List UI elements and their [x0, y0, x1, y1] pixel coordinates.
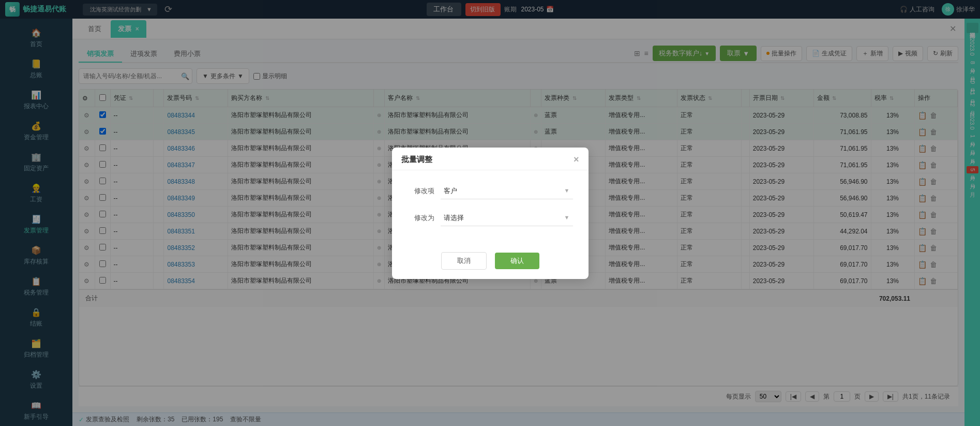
cancel-button[interactable]: 取消 — [441, 252, 487, 270]
modal-overlay: 批量调整 × 修改项 客户 购买方名称 开票日期 ▼ 修改为 — [0, 0, 980, 426]
modal-body: 修改项 客户 购买方名称 开票日期 ▼ 修改为 请选择 ▼ — [392, 170, 589, 247]
modify-field-select-wrap[interactable]: 客户 购买方名称 开票日期 ▼ — [441, 183, 573, 199]
modal-close-button[interactable]: × — [574, 155, 579, 164]
modal-title: 批量调整 — [401, 155, 432, 165]
modify-to-select[interactable]: 请选择 — [444, 214, 570, 222]
modify-field-label: 修改项 — [408, 186, 434, 196]
modal-footer: 取消 确认 — [392, 247, 589, 279]
modify-field-select[interactable]: 客户 购买方名称 开票日期 — [444, 187, 570, 195]
modify-field-row: 修改项 客户 购买方名称 开票日期 ▼ — [408, 183, 573, 199]
modify-to-row: 修改为 请选择 ▼ — [408, 210, 573, 226]
modify-to-label: 修改为 — [408, 213, 434, 223]
modal-header: 批量调整 × — [392, 148, 589, 170]
confirm-button[interactable]: 确认 — [495, 253, 539, 269]
modify-to-select-wrap[interactable]: 请选择 ▼ — [441, 210, 573, 226]
bulk-adjust-modal: 批量调整 × 修改项 客户 购买方名称 开票日期 ▼ 修改为 — [392, 148, 589, 279]
